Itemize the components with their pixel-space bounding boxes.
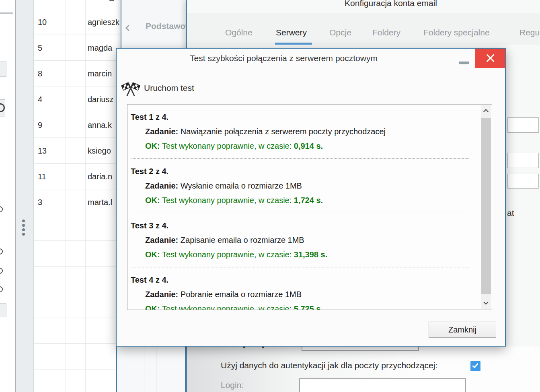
auth-checkbox-label: Użyj danych do autentykacji jak dla pocz… bbox=[221, 361, 437, 370]
empty-cell bbox=[66, 112, 86, 138]
scrollbar bbox=[481, 105, 491, 309]
background-grid-fragment bbox=[116, 347, 186, 392]
auth-checkbox[interactable] bbox=[470, 361, 480, 371]
task-label: Zadanie: bbox=[145, 127, 178, 136]
zamknij-button[interactable]: Zamknij bbox=[429, 322, 496, 338]
clipped-text-field[interactable] bbox=[507, 153, 539, 168]
chevron-down-icon bbox=[483, 300, 489, 305]
clipped-label-text: at bbox=[507, 208, 514, 218]
clipped-label-fragment bbox=[243, 346, 246, 348]
test-title: Test 2 z 4. bbox=[131, 164, 471, 179]
user-id-cell: 5 bbox=[34, 35, 66, 60]
clipped-glyph-fragment bbox=[0, 206, 3, 212]
clipped-glyph-fragment bbox=[0, 248, 3, 254]
status-label: OK: bbox=[145, 304, 160, 310]
empty-cell bbox=[34, 292, 66, 318]
test-result-item: Test 1 z 4.Zadanie: Nawiązanie połączeni… bbox=[131, 109, 471, 153]
empty-cell bbox=[66, 9, 86, 35]
panel-header-divider bbox=[121, 40, 196, 40]
empty-cell bbox=[34, 267, 66, 292]
empty-cell bbox=[66, 86, 86, 112]
speed-test-dialog: Test szybkości połączenia z serwerem poc… bbox=[116, 48, 506, 347]
scroll-up-button[interactable] bbox=[481, 105, 491, 117]
empty-cell bbox=[34, 344, 66, 369]
grid-line bbox=[144, 347, 144, 392]
tab-foldery[interactable]: Foldery bbox=[372, 28, 400, 37]
minimize-button[interactable] bbox=[459, 62, 469, 64]
test-results-content: Test 1 z 4.Zadanie: Nawiązanie połączeni… bbox=[131, 109, 471, 310]
test-time: 5,725 s. bbox=[294, 304, 323, 310]
test-time: 1,724 s. bbox=[294, 196, 323, 205]
test-title: Test 4 z 4. bbox=[131, 273, 471, 287]
status-text: Test wykonany poprawnie, w czasie: bbox=[162, 142, 292, 150]
clipped-glyph-fragment bbox=[0, 268, 3, 274]
user-id-cell: 9 bbox=[34, 112, 66, 138]
status-text: Test wykonany poprawnie, w czasie: bbox=[162, 304, 292, 310]
test-task-line: Zadanie: Zapisanie emaila o rozmiarze 1M… bbox=[145, 233, 471, 247]
empty-cell bbox=[66, 138, 86, 163]
empty-cell bbox=[34, 369, 66, 392]
tab-opcje[interactable]: Opcje bbox=[329, 28, 351, 37]
test-status-line: OK: Test wykonany poprawnie, w czasie: 5… bbox=[145, 302, 471, 310]
empty-cell bbox=[34, 215, 66, 240]
splitter-grip-handle[interactable] bbox=[22, 220, 26, 237]
window-title: Konfiguracja konta email bbox=[345, 0, 437, 8]
test-result-item: Test 2 z 4.Zadanie: Wysłanie emaila o ro… bbox=[131, 159, 471, 207]
grip-dot bbox=[22, 228, 25, 231]
chevron-up-icon bbox=[483, 109, 489, 114]
clipped-label-fragment bbox=[262, 346, 265, 348]
tab-foldery-specjalne[interactable]: Foldery specjalne bbox=[423, 28, 490, 37]
dialog-title: Test szybkości połączenia z serwerem poc… bbox=[117, 53, 505, 63]
test-task-line: Zadanie: Wysłanie emaila o rozmiarze 1MB bbox=[145, 179, 471, 193]
scroll-down-button[interactable] bbox=[481, 297, 491, 309]
test-result-item: Test 3 z 4.Zadanie: Zapisanie emaila o r… bbox=[131, 213, 471, 262]
task-text: Wysłanie emaila o rozmiarze 1MB bbox=[181, 181, 302, 190]
status-label: OK: bbox=[145, 196, 160, 205]
grip-dot bbox=[22, 220, 25, 222]
clipped-text-field[interactable] bbox=[507, 117, 539, 133]
empty-cell bbox=[66, 267, 86, 292]
status-label: OK: bbox=[145, 142, 160, 150]
tab-regu-[interactable]: Reguł bbox=[519, 28, 540, 37]
close-button[interactable] bbox=[475, 49, 505, 68]
test-status-line: OK: Test wykonany poprawnie, w czasie: 3… bbox=[145, 247, 471, 262]
test-result-item: Test 4 z 4.Zadanie: Pobranie emaila o ro… bbox=[131, 267, 471, 310]
login-input[interactable] bbox=[299, 378, 466, 392]
task-text: Nawiązanie połączenia z serwerem poczty … bbox=[181, 127, 386, 136]
checkered-flags-icon bbox=[121, 79, 140, 97]
empty-cell bbox=[34, 241, 66, 266]
scrollbar-thumb[interactable] bbox=[481, 118, 491, 294]
empty-cell bbox=[66, 344, 86, 369]
empty-cell bbox=[66, 61, 86, 86]
empty-cell bbox=[66, 215, 86, 240]
clipped-text-field[interactable] bbox=[507, 174, 539, 189]
task-label: Zadanie: bbox=[145, 181, 178, 190]
grid-line bbox=[117, 369, 185, 369]
user-id-cell: 3 bbox=[34, 189, 66, 215]
task-label: Zadanie: bbox=[145, 290, 178, 299]
task-text: Pobranie emaila o rozmiarze 1MB bbox=[181, 290, 302, 299]
background-window-strip bbox=[0, 0, 15, 392]
test-title: Test 1 z 4. bbox=[131, 110, 471, 124]
status-label: OK: bbox=[145, 250, 160, 259]
test-title: Test 3 z 4. bbox=[131, 218, 471, 233]
empty-cell bbox=[66, 369, 86, 392]
tab-serwery[interactable]: Serwery bbox=[276, 28, 307, 37]
status-text: Test wykonany poprawnie, w czasie: bbox=[162, 196, 292, 205]
test-time: 0,914 s. bbox=[294, 142, 323, 150]
empty-cell bbox=[66, 318, 86, 343]
user-id-cell: 11 bbox=[34, 164, 66, 189]
user-id-cell: 13 bbox=[34, 138, 66, 163]
back-chevron-icon[interactable] bbox=[125, 25, 132, 31]
active-tab-underline bbox=[275, 43, 312, 45]
grip-dot bbox=[22, 224, 25, 227]
run-test-label: Uruchom test bbox=[144, 83, 194, 93]
tab-og-lne[interactable]: Ogólne bbox=[225, 28, 253, 37]
run-test-button[interactable]: Uruchom test bbox=[121, 78, 194, 98]
test-time: 31,398 s. bbox=[294, 250, 327, 259]
empty-cell bbox=[66, 35, 86, 60]
task-text: Zapisanie emaila o rozmiarze 1MB bbox=[181, 236, 304, 244]
test-task-line: Zadanie: Nawiązanie połączenia z serwere… bbox=[145, 124, 471, 139]
user-id-cell: 10 bbox=[34, 9, 66, 35]
empty-cell bbox=[66, 189, 86, 215]
